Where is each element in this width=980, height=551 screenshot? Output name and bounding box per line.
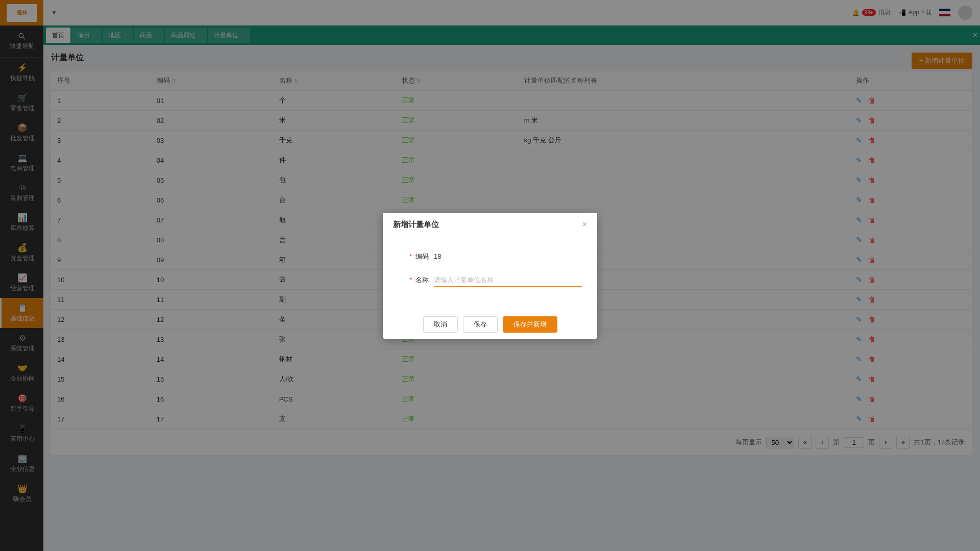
name-required: * [409,276,412,284]
modal-title: 新增计量单位 [393,220,439,230]
code-required: * [409,253,412,260]
form-row-code: * 编码 [398,250,582,263]
modal-body: * 编码 * 名称 [383,237,597,310]
modal-header: 新增计量单位 × [383,213,597,237]
name-input[interactable] [434,273,582,287]
modal-footer: 取消 保存 保存并新增 [383,310,597,339]
modal-overlay[interactable]: 新增计量单位 × * 编码 * 名称 取消 保存 保存并新增 [0,0,980,551]
cancel-button[interactable]: 取消 [423,316,458,333]
add-unit-modal: 新增计量单位 × * 编码 * 名称 取消 保存 保存并新增 [383,213,597,339]
modal-close-button[interactable]: × [582,220,587,229]
name-label: * 名称 [398,276,429,285]
save-and-new-button[interactable]: 保存并新增 [503,316,557,333]
code-label: * 编码 [398,252,429,261]
code-input[interactable] [434,250,582,263]
save-button[interactable]: 保存 [463,316,498,333]
form-row-name: * 名称 [398,273,582,287]
